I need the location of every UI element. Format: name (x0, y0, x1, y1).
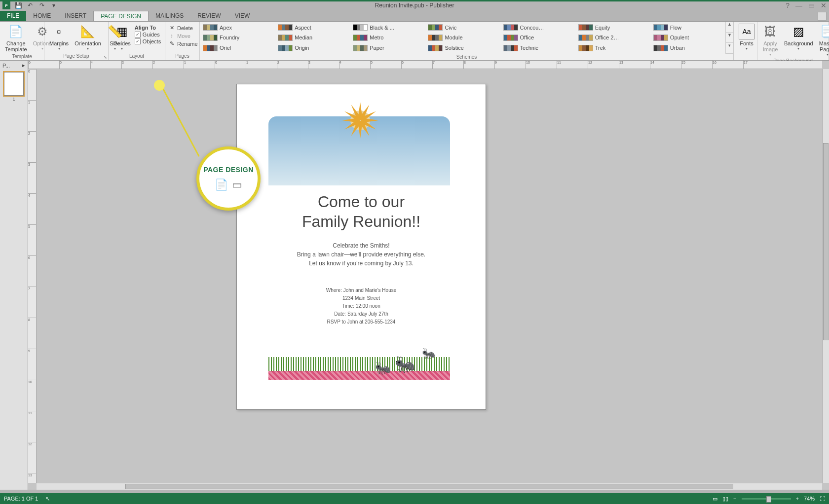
title-bar: P 💾 ↶ ↷ ▾ Reunion Invite.pub - Publisher… (0, 0, 829, 11)
page-navigation-panel: P...▸ (0, 61, 28, 490)
scheme-paper[interactable]: Paper (352, 43, 423, 53)
template-icon: 📄 (8, 24, 24, 39)
objects-checkbox[interactable]: ✓Objects (135, 38, 161, 44)
scheme-concourse[interactable]: Concourse (502, 23, 573, 33)
scheme-technic[interactable]: Technic (502, 43, 573, 53)
tab-mailings[interactable]: MAILINGS (149, 11, 190, 21)
fit-page-icon[interactable]: ⛶ (820, 496, 825, 502)
size-button[interactable]: 📏 Size▾ (105, 23, 125, 52)
gallery-more-icon[interactable]: ▾ (726, 43, 733, 54)
redo-icon[interactable]: ↷ (38, 1, 46, 9)
delete-icon: ✕ (168, 25, 175, 32)
scheme-urban[interactable]: Urban (652, 43, 723, 53)
qat-more-icon[interactable]: ▾ (50, 1, 58, 9)
tab-insert[interactable]: INSERT (58, 11, 93, 21)
page-thumbnail-1[interactable] (4, 72, 24, 96)
scheme-civic[interactable]: Civic (427, 23, 498, 33)
scheme-gallery[interactable]: ApexAspectBlack & ...CivicConcourseEquit… (200, 22, 725, 54)
orientation-button[interactable]: 📐 Orientation▾ (73, 23, 103, 52)
scheme-equity[interactable]: Equity (577, 23, 648, 33)
status-bar: PAGE: 1 OF 1 ↖ ▭ ▯▯ − + 74% ⛶ (0, 493, 829, 504)
zoom-in-icon[interactable]: + (796, 496, 799, 502)
delete-page-button[interactable]: ✕Delete (168, 25, 198, 32)
rename-page-button[interactable]: ✎Rename (168, 40, 198, 47)
save-icon[interactable]: 💾 (14, 1, 22, 9)
window-title: Reunion Invite.pub - Publisher (375, 2, 454, 9)
group-label-template: Template (3, 53, 41, 60)
scheme-origin[interactable]: Origin (277, 43, 348, 53)
callout-marker-icon (154, 80, 165, 91)
scheme-foundry[interactable]: Foundry (202, 33, 273, 43)
master-pages-button[interactable]: 📑 Master Pages▾ (817, 23, 829, 58)
callout-page-icon: 📄 (215, 179, 228, 191)
ribbon: 📄 Change Template ⚙ Options ▾ Template ▫… (0, 22, 829, 61)
heading-text[interactable]: Come to our Family Reunion!! (237, 192, 486, 231)
sun-graphic (343, 103, 377, 138)
size-icon: 📏 (107, 24, 123, 39)
callout-line (159, 82, 199, 157)
tab-review[interactable]: REVIEW (190, 11, 227, 21)
gallery-down-icon[interactable]: ▼ (726, 33, 733, 43)
publisher-icon: P (2, 1, 10, 9)
undo-icon[interactable]: ↶ (26, 1, 34, 9)
background-icon: ▨ (791, 24, 806, 39)
move-icon: ↕ (168, 33, 175, 39)
page-indicator[interactable]: PAGE: 1 OF 1 (4, 496, 38, 502)
vertical-scrollbar[interactable] (822, 69, 829, 483)
scheme-black[interactable]: Black & ... (352, 23, 423, 33)
body-text[interactable]: Celebrate the Smiths! Bring a lawn chair… (237, 241, 486, 268)
margins-button[interactable]: ▫ Margins▾ (47, 23, 71, 52)
scheme-aspect[interactable]: Aspect (277, 23, 348, 33)
page-setup-launcher-icon[interactable]: ⤡ (104, 55, 107, 60)
view-single-icon[interactable]: ▭ (713, 496, 717, 502)
scheme-office[interactable]: Office (502, 33, 573, 43)
scheme-flow[interactable]: Flow (652, 23, 723, 33)
vertical-ruler: 012345678910111213 (28, 69, 37, 483)
scheme-metro[interactable]: Metro (352, 33, 423, 43)
gallery-up-icon[interactable]: ▲ (726, 22, 733, 33)
tab-home[interactable]: HOME (26, 11, 58, 21)
orientation-icon: 📐 (80, 24, 96, 39)
view-two-page-icon[interactable]: ▯▯ (722, 496, 728, 502)
guides-checkbox[interactable]: ✓Guides (135, 32, 161, 37)
scheme-apex[interactable]: Apex (202, 23, 273, 33)
canvas[interactable]: Come to our Family Reunion!! Celebrate t… (37, 69, 822, 483)
callout-magnifier: PAGE DESIGN 📄▭ (196, 146, 261, 211)
tab-view[interactable]: VIEW (228, 11, 257, 21)
scheme-trek[interactable]: Trek (577, 43, 648, 53)
horizontal-scrollbar[interactable] (37, 483, 822, 490)
details-text[interactable]: Where: John and Marie's House 1234 Main … (237, 287, 486, 326)
scheme-module[interactable]: Module (427, 33, 498, 43)
margins-icon: ▫ (51, 24, 67, 39)
ribbon-tabs: FILE HOME INSERT PAGE DESIGN MAILINGS RE… (0, 11, 829, 22)
close-icon[interactable]: ✕ (821, 1, 827, 9)
panel-expand-icon[interactable]: ▸ (22, 62, 25, 69)
pointer-icon: ↖ (45, 496, 50, 502)
callout-size-icon: ▭ (232, 179, 242, 191)
zoom-out-icon[interactable]: − (733, 496, 736, 502)
scheme-median[interactable]: Median (277, 33, 348, 43)
scheme-office[interactable]: Office 20... (577, 33, 648, 43)
grass-graphic: 🐜 🐜 🐜 (268, 353, 450, 380)
minimize-icon[interactable]: — (795, 1, 802, 9)
help-icon[interactable]: ? (786, 1, 790, 9)
scheme-solstice[interactable]: Solstice (427, 43, 498, 53)
tab-file[interactable]: FILE (0, 11, 26, 21)
fonts-button[interactable]: Aa Fonts▾ (737, 23, 756, 52)
master-icon: 📑 (820, 24, 829, 39)
scheme-oriel[interactable]: Oriel (202, 43, 273, 53)
change-template-button[interactable]: 📄 Change Template (3, 23, 29, 53)
background-button[interactable]: ▨ Background▾ (782, 23, 815, 52)
move-page-button[interactable]: ↕Move (168, 33, 198, 39)
page-1[interactable]: Come to our Family Reunion!! Celebrate t… (236, 84, 486, 410)
zoom-slider[interactable] (742, 498, 791, 500)
rename-icon: ✎ (168, 40, 175, 47)
apply-image-button[interactable]: 🖼 Apply Image▾ (760, 23, 780, 58)
zoom-level[interactable]: 74% (804, 496, 815, 502)
fonts-icon: Aa (739, 24, 754, 39)
restore-icon[interactable]: ▭ (808, 1, 815, 9)
tab-page-design[interactable]: PAGE DESIGN (93, 11, 149, 21)
horizontal-ruler: 65432101234567891011121314151617 (28, 61, 822, 69)
user-avatar-icon[interactable] (818, 12, 827, 21)
scheme-opulent[interactable]: Opulent (652, 33, 723, 43)
